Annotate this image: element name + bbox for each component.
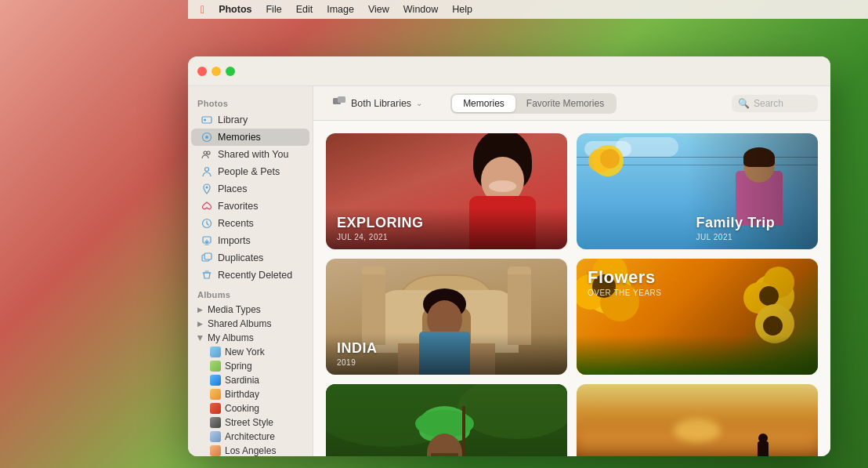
sidebar-album-birthday[interactable]: Birthday [191,387,309,401]
sidebar-album-new-york[interactable]: New York [191,345,309,359]
svg-point-6 [205,168,209,172]
memory-overlay-family-trip: Family Trip JUL 2021 [685,133,818,249]
sidebar-label-imports: Imports [218,235,251,246]
window-titlebar [188,56,830,86]
chevron-down-icon: ▶ [197,336,204,341]
memory-overlay-exploring: EXPLORING JUL 24, 2021 [326,208,567,249]
sidebar-label-cooking: Cooking [225,403,259,414]
sidebar-item-imports[interactable]: Imports [191,232,309,249]
sidebar-item-library[interactable]: Library [191,111,309,129]
sidebar-label-media-types: Media Types [208,304,261,315]
photos-window: Photos Library Memories [188,56,830,456]
sidebar-item-places[interactable]: Places [191,180,309,198]
memory-card-flowers[interactable]: Flowers OVER THE YEARS [577,259,818,375]
memory-card-india[interactable]: INDIA 2019 [326,259,567,375]
sidebar-label-my-albums: My Albums [208,332,254,343]
traffic-lights [197,67,235,76]
sidebar-album-spring[interactable]: Spring [191,359,309,373]
sidebar-label-duplicates: Duplicates [218,252,263,263]
recents-icon [201,217,213,230]
sidebar-group-my-albums[interactable]: ▶ My Albums [191,331,309,345]
maximize-button[interactable] [226,67,235,76]
photo-grid: EXPLORING JUL 24, 2021 [313,121,830,456]
sidebar-label-los-angeles: Los Angeles [225,445,276,456]
recently-deleted-icon [201,269,213,281]
svg-point-1 [204,119,206,122]
sidebar-album-street-style[interactable]: Street Style [191,415,309,430]
sidebar: Photos Library Memories [188,86,313,456]
albums-section-header: Albums [188,284,313,303]
memory-card-beach-days[interactable]: BEACH DAYS 2019 [577,384,818,456]
memory-title-flowers: Flowers [588,268,661,287]
toolbar: Both Libraries ⌄ Memories Favorite Memor… [313,86,830,121]
search-icon: 🔍 [738,98,750,109]
album-thumb-birthday [210,389,221,400]
sidebar-label-sardinia: Sardinia [225,375,259,386]
memory-overlay-flowers: Flowers OVER THE YEARS [577,259,818,375]
sidebar-label-recents: Recents [218,218,254,229]
tab-favorite-memories[interactable]: Favorite Memories [515,95,615,112]
tab-memories[interactable]: Memories [452,95,515,112]
library-chevron-icon: ⌄ [416,99,422,107]
sidebar-item-recents[interactable]: Recents [191,215,309,232]
main-layout: Photos Library Memories [188,86,830,456]
svg-rect-0 [202,117,212,123]
favorites-icon [201,200,213,212]
chevron-right-icon: ▶ [197,306,203,314]
sidebar-label-spring: Spring [225,361,252,372]
sidebar-group-media-types[interactable]: ▶ Media Types [191,303,309,317]
memory-title-india: INDIA [337,341,556,357]
sidebar-item-people-pets[interactable]: People & Pets [191,163,309,180]
album-thumb-street-style [210,417,221,428]
imports-icon [201,234,213,247]
apple-menu-icon[interactable]:  [194,3,211,16]
menu-file[interactable]: File [259,2,288,16]
sidebar-item-memories[interactable]: Memories [191,129,309,146]
sidebar-label-shared-albums: Shared Albums [208,318,271,329]
sidebar-item-favorites[interactable]: Favorites [191,198,309,215]
sidebar-album-sardinia[interactable]: Sardinia [191,373,309,387]
library-icon [201,114,213,126]
places-icon [201,183,213,195]
sidebar-label-places: Places [218,183,248,194]
close-button[interactable] [197,67,207,76]
minimize-button[interactable] [212,67,221,76]
sidebar-album-cooking[interactable]: Cooking [191,401,309,415]
memory-card-family-trip[interactable]: Family Trip JUL 2021 [577,133,818,249]
library-icon [332,96,346,110]
sidebar-group-shared-albums[interactable]: ▶ Shared Albums [191,317,309,331]
search-box[interactable]: 🔍 Search [732,95,818,112]
sidebar-label-architecture: Architecture [225,431,275,442]
sidebar-label-library: Library [218,114,248,125]
duplicates-icon [201,252,213,264]
sidebar-item-shared-with-you[interactable]: Shared with You [191,146,309,163]
sidebar-item-recently-deleted[interactable]: Recently Deleted [191,267,309,284]
sidebar-label-birthday: Birthday [225,389,259,400]
menu-bar:  Photos File Edit Image View Window Hel… [188,0,868,19]
menu-help[interactable]: Help [446,2,479,16]
menu-photos[interactable]: Photos [212,2,258,16]
memory-card-exploring[interactable]: EXPLORING JUL 24, 2021 [326,133,567,249]
sidebar-album-architecture[interactable]: Architecture [191,430,309,444]
sidebar-label-shared: Shared with You [218,149,288,160]
sidebar-label-street-style: Street Style [225,417,273,428]
menu-image[interactable]: Image [320,2,360,16]
memory-subtitle-india: 2019 [337,358,556,367]
sidebar-album-los-angeles[interactable]: Los Angeles [191,444,309,456]
tab-group: Memories Favorite Memories [450,93,617,114]
menu-view[interactable]: View [362,2,396,16]
memory-subtitle-flowers: OVER THE YEARS [588,288,661,297]
menu-window[interactable]: Window [397,2,444,16]
album-thumb-spring [210,361,221,372]
svg-point-4 [204,151,207,154]
memory-title-family-trip: Family Trip [696,216,807,231]
memory-card-summer[interactable]: Summer 2017 [326,384,567,456]
svg-point-7 [206,187,208,189]
album-thumb-sardinia [210,375,221,386]
menu-edit[interactable]: Edit [290,2,320,16]
sidebar-label-memories: Memories [218,132,261,143]
svg-rect-13 [338,96,345,103]
library-selector-button[interactable]: Both Libraries ⌄ [326,93,429,113]
sidebar-label-people: People & Pets [218,166,280,177]
sidebar-item-duplicates[interactable]: Duplicates [191,249,309,267]
